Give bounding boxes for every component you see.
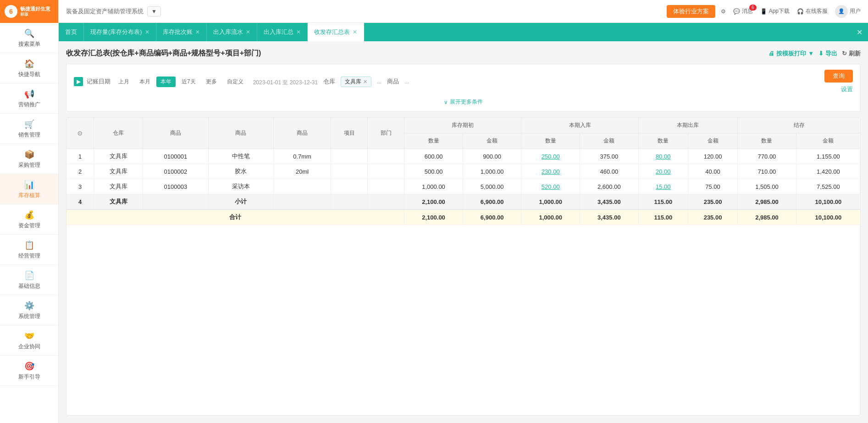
footer-label: 合计 <box>66 209 404 225</box>
close-all-tabs[interactable]: ✕ <box>851 23 868 41</box>
tab-close-in-out-flow[interactable]: ✕ <box>246 29 250 35</box>
cell-product-spec: 0.7mm <box>274 149 331 164</box>
date-buttons: 上月本月本年近7天更多自定义 <box>114 77 248 87</box>
system-selector[interactable]: ▼ <box>147 6 161 16</box>
th-out-amt: 金额 <box>688 133 737 149</box>
filter-panel: ▶ 记账日期 上月本月本年近7天更多自定义 2023-01-01 至 2023-… <box>66 64 861 112</box>
page-header: 收发存汇总表(按仓库+商品编码+商品+规格型号+项目+部门) 🖨 按模板打印 ▼… <box>66 49 861 58</box>
system-icon: ⚙️ <box>24 301 34 311</box>
date-range: 2023-01-01 至 2023-12-31 <box>253 79 318 87</box>
cell-out-qty[interactable]: 80.00 <box>638 149 688 164</box>
expand-button[interactable]: ∨ 展开更多条件 <box>444 98 483 106</box>
cell-warehouse: 文具库 <box>94 164 143 179</box>
expand-icon: ∨ <box>444 99 448 105</box>
footer-balance-qty: 2,985.00 <box>738 209 796 225</box>
tab-close-receive-summary[interactable]: ✕ <box>353 29 357 35</box>
cell-no: 2 <box>66 164 94 179</box>
sidebar-item-finance[interactable]: 💰资金管理 <box>0 204 58 235</box>
tab-home[interactable]: 首页 <box>59 23 84 41</box>
guide-icon: 🎯 <box>24 361 34 371</box>
cell-opening-qty: 600.00 <box>404 149 463 164</box>
cell-balance-qty: 710.00 <box>738 164 796 179</box>
sidebar-item-base-info[interactable]: 📄基础信息 <box>0 265 58 295</box>
print-button[interactable]: 🖨 按模板打印 ▼ <box>768 49 814 58</box>
footer-in-amt: 3,435.00 <box>580 209 639 225</box>
sidebar-item-guide[interactable]: 🎯新手引导 <box>0 356 58 386</box>
cell-in-amt: 460.00 <box>580 164 639 179</box>
date-btn-自定义[interactable]: 自定义 <box>223 77 248 87</box>
refresh-button[interactable]: ↻ 刷新 <box>842 49 861 58</box>
export-button[interactable]: ⬇ 导出 <box>818 49 837 58</box>
tab-batch-account[interactable]: 库存批次账✕ <box>156 23 207 41</box>
date-btn-本月[interactable]: 本月 <box>135 77 155 87</box>
settings-action[interactable]: ⚙ <box>721 8 726 15</box>
warehouse-more[interactable]: ... <box>377 78 381 85</box>
filter-setting[interactable]: 设置 <box>841 85 853 93</box>
tab-in-out-flow[interactable]: 出入库流水✕ <box>207 23 257 41</box>
sales-icon: 🛒 <box>24 119 34 129</box>
cell-product-code: 0100002 <box>143 164 209 179</box>
cell-opening-amt: 900.00 <box>463 149 521 164</box>
sidebar-item-sales[interactable]: 🛒销售管理 <box>0 114 58 144</box>
table-container: ⚙ 仓库 商品 商品 商品 项目 部门 库存期初 本期入库 本期出库 结存 <box>66 117 861 416</box>
date-btn-更多[interactable]: 更多 <box>202 77 221 87</box>
sidebar-item-search[interactable]: 🔍搜索菜单 <box>0 23 58 53</box>
filter-toggle[interactable]: ▶ <box>74 77 83 86</box>
remove-warehouse-tag[interactable]: ✕ <box>363 79 367 85</box>
cell-in-qty[interactable]: 230.00 <box>521 164 580 179</box>
cell-in-qty[interactable]: 520.00 <box>521 179 580 194</box>
experience-button[interactable]: 体验行业方案 <box>667 5 715 18</box>
app-download-action[interactable]: 📱 App下载 <box>760 7 790 15</box>
operations-icon: 📋 <box>24 240 34 250</box>
footer-balance-amt: 10,100.00 <box>796 209 860 225</box>
table-footer: 合计 2,100.00 6,900.00 1,000.00 3,435.00 1… <box>66 209 860 225</box>
page-header-actions: 🖨 按模板打印 ▼ ⬇ 导出 ↻ 刷新 <box>768 49 861 58</box>
cell-out-qty[interactable]: 20.00 <box>638 164 688 179</box>
cell-opening-qty: 500.00 <box>404 164 463 179</box>
sidebar-item-marketing[interactable]: 📢营销推广 <box>0 83 58 114</box>
tab-in-out-summary[interactable]: 出入库汇总✕ <box>257 23 308 41</box>
cell-department <box>368 149 404 164</box>
tab-close-batch-account[interactable]: ✕ <box>195 29 200 35</box>
sidebar-item-quick-nav[interactable]: 🏠快捷导航 <box>0 53 58 83</box>
sidebar-item-purchase[interactable]: 📦采购管理 <box>0 144 58 174</box>
cell-no: 4 <box>66 194 94 210</box>
warehouse-tag[interactable]: 文具库 ✕ <box>341 77 371 87</box>
th-out: 本期出库 <box>638 118 738 133</box>
tab-receive-summary[interactable]: 收发存汇总表✕ <box>308 23 364 41</box>
cell-product-name: 中性笔 <box>208 149 274 164</box>
query-button[interactable]: 查询 <box>824 70 853 82</box>
cell-out-qty[interactable]: 15.00 <box>638 179 688 194</box>
sidebar-item-system[interactable]: ⚙️系统管理 <box>0 295 58 325</box>
user-action[interactable]: 👤 用户 <box>835 5 861 18</box>
table-header-row-1: ⚙ 仓库 商品 商品 商品 项目 部门 库存期初 本期入库 本期出库 结存 <box>66 118 860 133</box>
sidebar-item-corp[interactable]: 🤝企业协同 <box>0 325 58 356</box>
date-btn-本年[interactable]: 本年 <box>156 77 176 87</box>
th-warehouse: 仓库 <box>94 118 143 149</box>
tab-close-in-out-summary[interactable]: ✕ <box>296 29 301 35</box>
cell-in-qty: 1,000.00 <box>521 194 580 210</box>
th-settings[interactable]: ⚙ <box>66 118 94 149</box>
cell-opening-amt: 1,000.00 <box>463 164 521 179</box>
cell-product-code: 0100001 <box>143 149 209 164</box>
cell-balance-qty: 2,985.00 <box>738 194 796 210</box>
message-action[interactable]: 💬 消息 6 <box>733 7 753 15</box>
table-row: 2 文具库 0100002 胶水 20ml 500.00 1,000.00 23… <box>66 164 860 179</box>
date-btn-上月[interactable]: 上月 <box>114 77 133 87</box>
export-icon: ⬇ <box>818 50 824 57</box>
cell-opening-amt: 5,000.00 <box>463 179 521 194</box>
sidebar-item-inventory[interactable]: 📊库存核算 <box>0 174 58 204</box>
column-settings-icon[interactable]: ⚙ <box>77 130 83 137</box>
tab-inventory-dist[interactable]: 现存量(库存分布表)✕ <box>84 23 156 41</box>
sidebar: 6 畅捷通好生意 标版 🔍搜索菜单🏠快捷导航📢营销推广🛒销售管理📦采购管理📊库存… <box>0 0 59 423</box>
cell-in-qty[interactable]: 250.00 <box>521 149 580 164</box>
product-more[interactable]: ... <box>404 78 409 85</box>
main-area: 装备及固定资产辅助管理系统 ▼ 体验行业方案 ⚙ 💬 消息 6 📱 App下载 … <box>59 0 868 423</box>
online-service-action[interactable]: 🎧 在线客服 <box>797 7 828 15</box>
tab-close-inventory-dist[interactable]: ✕ <box>145 29 149 35</box>
sidebar-item-operations[interactable]: 📋经营管理 <box>0 235 58 265</box>
headset-icon: 🎧 <box>797 8 804 15</box>
date-btn-近7天[interactable]: 近7天 <box>177 77 200 87</box>
footer-opening-amt: 6,900.00 <box>463 209 521 225</box>
page-title: 收发存汇总表(按仓库+商品编码+商品+规格型号+项目+部门) <box>66 49 261 58</box>
